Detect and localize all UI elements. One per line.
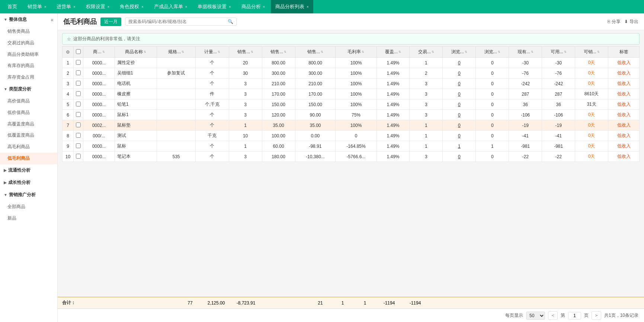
select-all-checkbox[interactable] (76, 49, 81, 54)
col-gross-rate[interactable]: 毛利率⇅ (336, 47, 377, 58)
row-checkbox-cell[interactable] (74, 131, 83, 141)
col-coverage[interactable]: 覆盖...⇅ (377, 47, 410, 58)
col-trade[interactable]: 交易...⇅ (410, 47, 443, 58)
row-browse1[interactable]: 0 (443, 152, 476, 162)
col-code[interactable]: 商...⇅ (83, 47, 115, 58)
nav-close-sales[interactable]: × (44, 5, 47, 9)
row-checkbox-cell[interactable] (74, 141, 83, 152)
row-checkbox-cell[interactable] (74, 110, 83, 120)
browse1-link[interactable]: 0 (458, 71, 461, 76)
export-button[interactable]: ⬇ 导出 (624, 19, 638, 25)
sort-saleable[interactable]: ⇅ (597, 50, 600, 54)
nav-product-entry[interactable]: 产成品入库单 × (150, 0, 192, 13)
browse1-link[interactable]: 1 (458, 144, 461, 149)
sidebar-group-overall[interactable]: ▼ 整体信息 « (0, 13, 57, 26)
prev-page-btn[interactable]: ＜ (548, 311, 558, 320)
browse1-link[interactable]: 0 (458, 133, 461, 138)
sidebar-item-stocked-products[interactable]: 有库存的商品 (0, 60, 57, 71)
row-checkbox[interactable] (76, 60, 81, 65)
sort-gross-rate[interactable]: ⇅ (362, 50, 364, 54)
row-checkbox-cell[interactable] (74, 152, 83, 162)
sidebar-group-growth[interactable]: ▶ 成长性分析 (0, 176, 57, 189)
sort-sales-amount[interactable]: ⇅ (284, 50, 286, 54)
browse1-link[interactable]: 0 (458, 112, 461, 118)
sort-browse1[interactable]: ⇅ (465, 50, 467, 54)
nav-permission[interactable]: 权限设置 × (81, 0, 114, 13)
col-browse2[interactable]: 浏览...⇅ (476, 47, 509, 58)
sidebar-item-all-products[interactable]: 全部商品 (0, 201, 57, 213)
browse1-link[interactable]: 0 (458, 154, 461, 159)
search-icon[interactable]: 🔍 (228, 19, 233, 24)
next-page-btn[interactable]: ＞ (592, 311, 601, 320)
nav-close-purchase[interactable]: × (73, 5, 76, 9)
sidebar-item-high-margin[interactable]: 高毛利商品 (0, 141, 57, 153)
sidebar-item-low-margin[interactable]: 低毛利商品 (0, 153, 57, 164)
nav-close-analysis-list[interactable]: × (307, 5, 309, 9)
page-size-select[interactable]: 50 100 200 (526, 312, 545, 320)
col-tag[interactable]: 标签 (608, 47, 640, 58)
row-browse1[interactable]: 0 (443, 58, 476, 68)
row-browse1[interactable]: 0 (443, 99, 476, 110)
nav-analysis[interactable]: 商品分析 × (237, 0, 269, 13)
col-browse1[interactable]: 浏览...⇅ (443, 47, 476, 58)
nav-close-role[interactable]: × (141, 5, 144, 9)
sort-code[interactable]: ⇅ (102, 50, 105, 54)
row-checkbox-cell[interactable] (74, 89, 83, 99)
row-browse1[interactable]: 0 (443, 68, 476, 79)
col-sales-qty[interactable]: 销售...⇅ (229, 47, 262, 58)
sort-available[interactable]: ⇅ (564, 50, 567, 54)
sort-trade[interactable]: ⇅ (432, 50, 434, 54)
nav-sales[interactable]: 销货单 × (23, 0, 51, 13)
nav-purchase[interactable]: 进货单 × (52, 0, 80, 13)
share-button[interactable]: ⎘ 分享 (608, 19, 621, 25)
nav-template[interactable]: 单据模板设置 × (193, 0, 235, 13)
row-browse1[interactable]: 0 (443, 79, 476, 89)
sort-sales-profit[interactable]: ⇅ (321, 50, 323, 54)
row-checkbox[interactable] (76, 122, 81, 127)
table-container[interactable]: ⚙ 商...⇅ 商品名称⇅ 规格...⇅ (58, 46, 644, 297)
nav-close-template[interactable]: × (229, 5, 231, 9)
col-unit[interactable]: 计量...⇅ (196, 47, 229, 58)
row-checkbox[interactable] (76, 102, 81, 106)
sort-coverage[interactable]: ⇅ (398, 50, 401, 54)
sort-current-stock[interactable]: ⇅ (531, 50, 534, 54)
row-browse1[interactable]: 0 (443, 120, 476, 131)
page-number-input[interactable] (568, 312, 581, 319)
nav-close-analysis[interactable]: × (263, 5, 265, 9)
search-input[interactable] (128, 19, 228, 24)
col-available[interactable]: 可用...⇅ (542, 47, 575, 58)
sidebar-item-new-products[interactable]: 新品 (0, 213, 57, 224)
nav-analysis-list[interactable]: 商品分析列表 × (271, 0, 313, 13)
nav-close-product-entry[interactable]: × (185, 5, 188, 9)
col-spec[interactable]: 规格...⇅ (157, 47, 195, 58)
sort-unit[interactable]: ⇅ (218, 50, 220, 54)
sidebar-item-low-coverage[interactable]: 低覆盖度商品 (0, 130, 57, 141)
row-checkbox[interactable] (76, 143, 81, 148)
col-checkbox[interactable] (74, 47, 83, 58)
row-checkbox-cell[interactable] (74, 99, 83, 110)
browse1-link[interactable]: 0 (458, 123, 461, 128)
browse1-link[interactable]: 0 (458, 102, 461, 107)
nav-close-permission[interactable]: × (108, 5, 110, 9)
row-checkbox[interactable] (76, 91, 81, 96)
row-checkbox[interactable] (76, 154, 81, 159)
sidebar-group-circulation[interactable]: ▶ 流通性分析 (0, 164, 57, 176)
sidebar-group-marketing[interactable]: ▼ 营销推广分析 (0, 189, 57, 201)
row-browse1[interactable]: 0 (443, 131, 476, 141)
sort-browse2[interactable]: ⇅ (498, 50, 500, 54)
sidebar-item-traded-products[interactable]: 交易过的商品 (0, 37, 57, 49)
row-checkbox[interactable] (76, 112, 81, 117)
col-current-stock[interactable]: 现有...⇅ (509, 47, 542, 58)
row-checkbox-cell[interactable] (74, 120, 83, 131)
row-browse1[interactable]: 0 (443, 110, 476, 120)
col-sales-profit[interactable]: 销售...⇅ (295, 47, 336, 58)
col-saleable[interactable]: 可销...⇅ (575, 47, 608, 58)
row-checkbox[interactable] (76, 81, 81, 86)
sidebar-item-low-value[interactable]: 低价值商品 (0, 107, 57, 118)
col-name[interactable]: 商品名称⇅ (115, 47, 157, 58)
browse1-link[interactable]: 0 (458, 81, 461, 86)
sidebar-item-stock-capital[interactable]: 库存资金占用 (0, 71, 57, 83)
col-sales-amount[interactable]: 销售...⇅ (262, 47, 295, 58)
row-checkbox-cell[interactable] (74, 68, 83, 79)
row-checkbox[interactable] (76, 133, 81, 138)
